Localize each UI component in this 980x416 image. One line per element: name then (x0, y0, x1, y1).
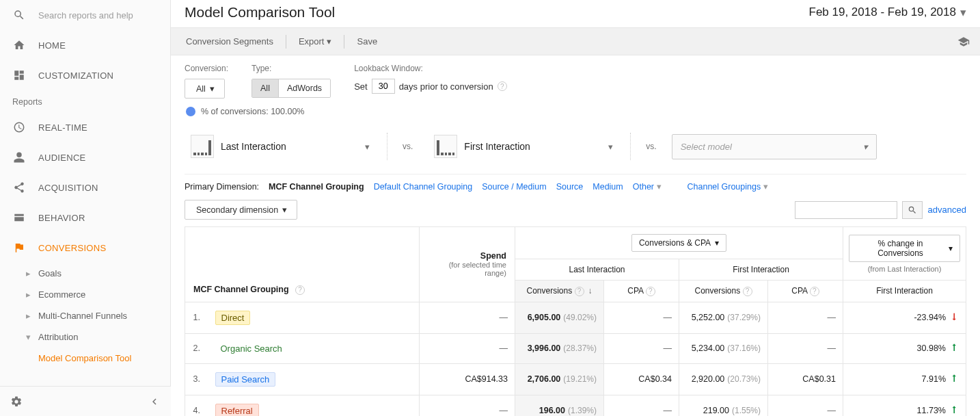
model-2-select[interactable]: First Interaction ▾ (428, 131, 619, 161)
dim-primary[interactable]: MCF Channel Grouping (269, 182, 364, 192)
col-fi-cpa[interactable]: CPA ? (768, 281, 843, 302)
save-button[interactable]: Save (351, 32, 383, 51)
advanced-link[interactable]: advanced (928, 205, 966, 215)
chevron-down-icon: ▾ (327, 36, 331, 47)
arrow-up-icon: 🠕 (950, 374, 959, 384)
sub-model-tool[interactable]: Model Comparison Tool (0, 348, 170, 369)
dimension-row: Primary Dimension: MCF Channel Grouping … (185, 174, 966, 196)
conversion-all-button[interactable]: All ▾ (185, 79, 225, 99)
separator (286, 35, 286, 49)
table-search-input[interactable] (795, 201, 897, 219)
channel-cell[interactable]: Referral (208, 395, 420, 416)
metric-dropdown[interactable]: Conversions & CPA ▾ (631, 234, 726, 252)
model-row: Last Interaction ▾ vs. First Interaction… (185, 131, 966, 174)
nav-conversions[interactable]: CONVERSIONS (0, 233, 170, 263)
dim-source-medium[interactable]: Source / Medium (482, 182, 546, 192)
channel-chip: Referral (215, 404, 259, 417)
nav-home-label: HOME (38, 40, 66, 51)
sort-down-icon: ↓ (588, 286, 593, 296)
sidebar: HOME CUSTOMIZATION Reports REAL-TIME AUD… (0, 0, 171, 416)
first-interaction-icon (434, 135, 457, 158)
channel-chip: Paid Search (215, 372, 276, 387)
nav-behavior[interactable]: BEHAVIOR (0, 203, 170, 233)
help-icon[interactable]: ? (295, 285, 305, 295)
dim-channel-groupings[interactable]: Channel Groupings ▾ (688, 181, 768, 192)
sub-attribution-label: Attribution (38, 332, 79, 342)
nav-behavior-label: BEHAVIOR (38, 213, 85, 223)
lookback-input[interactable] (372, 79, 395, 94)
sub-goals[interactable]: ▸Goals (0, 263, 170, 284)
date-range-label: Feb 19, 2018 - Feb 19, 2018 (809, 5, 957, 19)
sub-mcf[interactable]: ▸Multi-Channel Funnels (0, 305, 170, 326)
li-conv-cell: 6,905.00(49.02%) (515, 302, 604, 333)
fi-conv-cell: 5,234.00(37.16%) (679, 333, 768, 363)
gear-icon[interactable] (10, 395, 23, 408)
caret-right-icon: ▸ (23, 289, 33, 300)
row-number: 3. (185, 363, 208, 395)
secondary-row: Secondary dimension ▾ advanced (185, 196, 966, 226)
nav-realtime[interactable]: REAL-TIME (0, 112, 170, 142)
dim-source[interactable]: Source (556, 182, 584, 192)
secondary-dimension-button[interactable]: Secondary dimension ▾ (185, 200, 297, 220)
channel-chip: Organic Search (215, 342, 288, 355)
nav-acquisition[interactable]: ACQUISITION (0, 172, 170, 203)
nav-customization[interactable]: CUSTOMIZATION (0, 60, 170, 90)
type-segment: All AdWords (251, 79, 331, 98)
date-range[interactable]: Feb 19, 2018 - Feb 19, 2018 ▾ (809, 5, 967, 20)
spend-cell: CA$914.33 (420, 363, 515, 395)
type-adwords-button[interactable]: AdWords (278, 79, 330, 97)
li-cpa-cell: — (604, 302, 679, 333)
sub-goals-label: Goals (38, 268, 62, 278)
channel-cell[interactable]: Direct (208, 302, 420, 333)
sub-attribution[interactable]: ▾Attribution (0, 326, 170, 348)
col-fi-conv[interactable]: Conversions ? (679, 281, 768, 302)
col-li-conv[interactable]: Conversions ?↓ (515, 281, 604, 302)
nav-customization-label: CUSTOMIZATION (38, 70, 113, 81)
search-icon[interactable] (12, 8, 26, 22)
chevron-down-icon: ▾ (282, 205, 287, 215)
table-row: 1.Direct—6,905.00(49.02%)—5,252.00(37.29… (185, 302, 966, 333)
sub-ecommerce[interactable]: ▸Ecommerce (0, 284, 170, 305)
nav-home[interactable]: HOME (0, 30, 170, 60)
lookback-set: Set (354, 81, 368, 92)
export-button[interactable]: Export ▾ (293, 32, 338, 51)
lookback-suffix: days prior to conversion (399, 81, 493, 92)
model-3-select[interactable]: Select model ▾ (672, 134, 877, 159)
dim-default[interactable]: Default Channel Grouping (374, 182, 473, 192)
table-search-button[interactable] (902, 201, 923, 219)
conversion-segments-button[interactable]: Conversion Segments (180, 32, 279, 51)
col-li-cpa[interactable]: CPA ? (604, 281, 679, 302)
fi-conv-cell: 219.00(1.55%) (679, 395, 768, 416)
education-icon[interactable] (957, 35, 970, 49)
col-mcf: MCF Channel Grouping (193, 285, 289, 294)
chevron-down-icon: ▾ (960, 5, 966, 20)
lookback-label: Lookback Window: (354, 64, 507, 73)
collapse-icon[interactable] (148, 395, 161, 408)
col-spend: Spend (426, 251, 506, 261)
table-search: advanced (795, 201, 966, 219)
home-icon (12, 38, 26, 52)
separator (344, 35, 344, 49)
li-cpa-cell: — (604, 395, 679, 416)
nav-conversions-label: CONVERSIONS (38, 243, 106, 253)
type-label: Type: (251, 64, 331, 73)
model-1-select[interactable]: Last Interaction ▾ (185, 131, 376, 161)
fi-conv-cell: 5,252.00(37.29%) (679, 302, 768, 333)
clock-icon (12, 120, 26, 134)
col-spend-sub: (for selected time range) (426, 261, 506, 277)
nav-audience[interactable]: AUDIENCE (0, 142, 170, 172)
dim-medium[interactable]: Medium (593, 182, 623, 192)
arrow-up-icon: 🠕 (950, 406, 959, 415)
search-input[interactable] (38, 10, 148, 21)
help-icon[interactable]: ? (498, 81, 507, 91)
search-row (0, 0, 170, 30)
channel-cell[interactable]: Organic Search (208, 333, 420, 363)
channel-cell[interactable]: Paid Search (208, 363, 420, 395)
change-dropdown[interactable]: % change in Conversions ▾ (849, 235, 960, 262)
type-all-button[interactable]: All (252, 79, 278, 97)
dim-other[interactable]: Other ▾ (633, 181, 662, 192)
content: Conversion: All ▾ Type: All AdWords Look… (171, 55, 980, 416)
chevron-down-icon: ▾ (608, 142, 613, 152)
chevron-down-icon: ▾ (863, 142, 868, 152)
col-fi-change[interactable]: First Interaction (843, 281, 966, 302)
